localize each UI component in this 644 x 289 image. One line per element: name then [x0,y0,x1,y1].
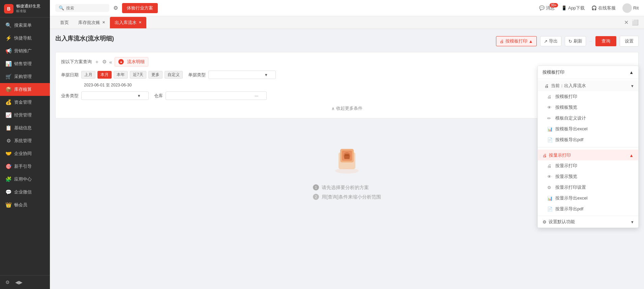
date-btn-last-month[interactable]: 上月 [81,71,95,79]
dp-template-print[interactable]: 🖨 按模板打印 [538,91,638,102]
dp-display-export-excel[interactable]: 📊 按显示导出excel [538,193,638,204]
tab-inventory-flow-label: 出入库流水 [115,20,137,26]
dp-display-settings-label: 按显示打印设置 [555,184,586,190]
filter-warehouse-item: 仓库 ··· [154,91,267,100]
sidebar-guide-icon: 🎯 [5,163,11,169]
filter-label: 按以下方案查询 [61,59,92,65]
dp-display-preview[interactable]: 👁 按显示预览 [538,171,638,182]
sidebar-settings-icon[interactable]: ⚙ [5,280,10,285]
tip-num-1: 1 [313,184,319,190]
sidebar-item-inventory[interactable]: 📦库存核算 [0,83,50,96]
date-shortcuts: 上月 本月 本年 近7天 更多 自定义 [81,71,183,79]
page-title: 出入库流水(流水明细) [55,34,114,43]
sidebar-item-collab[interactable]: 🤝企业协同 [0,147,50,160]
sidebar-footer: ⚙ ◀▶ [0,275,50,289]
tab-inventory-flow[interactable]: 出入库流水 ✕ [110,17,146,28]
date-btn-this-month[interactable]: 本月 [97,71,112,79]
sidebar-item-system[interactable]: ⚙系统管理 [0,134,50,147]
sidebar-item-search[interactable]: 🔍搜索菜单 [0,19,50,32]
dp-template-custom[interactable]: ✏ 模板自定义设计 [538,113,638,124]
tip-num-2: 2 [313,194,319,200]
svg-rect-6 [345,154,349,156]
app-logo: B 畅捷通好生意 标准版 [0,0,50,18]
sidebar-apps-label: 应用中心 [14,176,32,182]
customer-service-btn[interactable]: 🎧 在线客服 [591,5,616,11]
message-btn[interactable]: 💬 消息 99+ [539,5,555,11]
sidebar-item-member[interactable]: 👑畅会员 [0,199,50,211]
search-box[interactable]: 🔍 [55,4,109,12]
tab-home[interactable]: 首页 [55,17,74,28]
close-window-icon[interactable]: ✕ [624,19,628,26]
sidebar-search-icon: 🔍 [5,22,11,28]
topbar-gear-icon[interactable]: ⚙ [113,5,118,11]
dp-display-excel-icon: 📊 [547,196,553,201]
trial-button[interactable]: 体验行业方案 [122,3,158,13]
dp-template-preview-icon: 👁 [547,105,553,110]
sidebar-wechat-label: 企业微信 [14,189,32,195]
sidebar-shortcut-label: 快捷导航 [14,35,32,41]
dp-title: 按模板打印 [543,69,564,75]
sidebar-item-shortcut[interactable]: ⚡快捷导航 [0,32,50,45]
sidebar-item-basic[interactable]: 📋基础信息 [0,122,50,134]
filter-tag-item[interactable]: ● 流水明细 [115,57,148,67]
warehouse-select[interactable]: ··· [166,91,267,100]
sidebar-toggle-icon[interactable]: ◀▶ [15,280,23,285]
sidebar-item-guide[interactable]: 🎯新手引导 [0,160,50,173]
sidebar-item-wechat[interactable]: 💬企业微信 [0,186,50,199]
dp-current-expand-icon: ▾ [631,83,634,88]
logo-icon: B [4,4,13,14]
sidebar-item-sales[interactable]: 📊销售管理 [0,57,50,70]
chevron-down-icon: ▾ [265,72,267,77]
app-download-btn[interactable]: 📱 App下载 [561,5,585,11]
filter-settings-btn[interactable]: ⚙ [102,59,107,65]
collapse-label: 收起更多条件 [336,105,362,111]
dp-template-export-excel[interactable]: 📊 按模板导出excel [538,124,638,134]
settings-button[interactable]: 设置 [620,36,639,47]
sidebar-finance-label: 资金管理 [14,99,32,105]
refresh-btn[interactable]: ↻ 刷新 [565,36,586,46]
biz-type-label: 业务类型 [61,93,79,99]
export-btn[interactable]: ↗ 导出 [540,36,561,46]
tab-batch-account-label: 库存批次账 [78,20,100,26]
date-btn-custom[interactable]: 自定义 [165,71,183,79]
sidebar-system-label: 系统管理 [14,138,32,144]
tab-batch-account-close[interactable]: ✕ [102,20,105,25]
date-btn-more[interactable]: 更多 [148,71,163,79]
sidebar-item-apps[interactable]: 🧩应用中心 [0,173,50,186]
dp-display-preview-icon: 👁 [547,174,553,179]
date-btn-this-year[interactable]: 本年 [114,71,128,79]
dp-template-preview[interactable]: 👁 按模板预览 [538,102,638,113]
warehouse-label: 仓库 [154,93,163,99]
filter-collapse-btn[interactable]: « [109,59,112,65]
search-input[interactable] [66,6,103,10]
tag-badge: ● [118,59,124,64]
dp-template-export-pdf[interactable]: 📄 按模板导出pdf [538,134,638,145]
sidebar-item-marketing[interactable]: 📢营销推广 [0,45,50,57]
dp-display-section: 🖨 按显示打印 ▲ 🖨 按显示打印 👁 按显示预览 ⚙ 按显示打印设置 [538,148,638,216]
doctype-select[interactable]: ▾ [208,71,276,79]
filter-doctype-item: 单据类型 ▾ [188,71,276,79]
user-avatar-area[interactable]: Rit [622,3,639,13]
date-btn-7days[interactable]: 近7天 [130,71,146,79]
dp-display-settings[interactable]: ⚙ 按显示打印设置 [538,182,638,193]
expand-window-icon[interactable]: ⬜ [632,19,639,26]
tab-batch-account[interactable]: 库存批次账 ✕ [74,17,110,28]
sidebar-item-operations[interactable]: 📈经营管理 [0,109,50,122]
sidebar-collab-icon: 🤝 [5,151,11,157]
biz-type-select[interactable]: ▾ [81,91,149,100]
dp-display-print[interactable]: 🖨 按显示打印 [538,160,638,171]
sidebar-item-finance[interactable]: 💰资金管理 [0,96,50,109]
template-print-btn[interactable]: 🖨 按模板打印 ▲ [496,36,537,46]
message-icon: 💬 [539,5,545,10]
dp-current-row[interactable]: 🖨 当前：出入库流水 ▾ [538,80,638,91]
filter-add-btn[interactable]: ＋ [94,59,99,65]
warehouse-more-icon: ··· [255,93,258,98]
dp-display-section-header[interactable]: 🖨 按显示打印 ▲ [538,150,638,160]
sidebar-item-purchase[interactable]: 🛒采购管理 [0,70,50,83]
dp-display-export-pdf[interactable]: 📄 按显示导出pdf [538,204,638,214]
dp-footer-default[interactable]: ⚙ 设置默认功能 ▾ [538,216,638,228]
query-button[interactable]: 查询 [595,36,616,46]
tab-inventory-flow-close[interactable]: ✕ [139,20,142,25]
dp-collapse-icon[interactable]: ▲ [629,70,634,75]
dp-template-export-pdf-label: 按模板导出pdf [555,137,583,143]
